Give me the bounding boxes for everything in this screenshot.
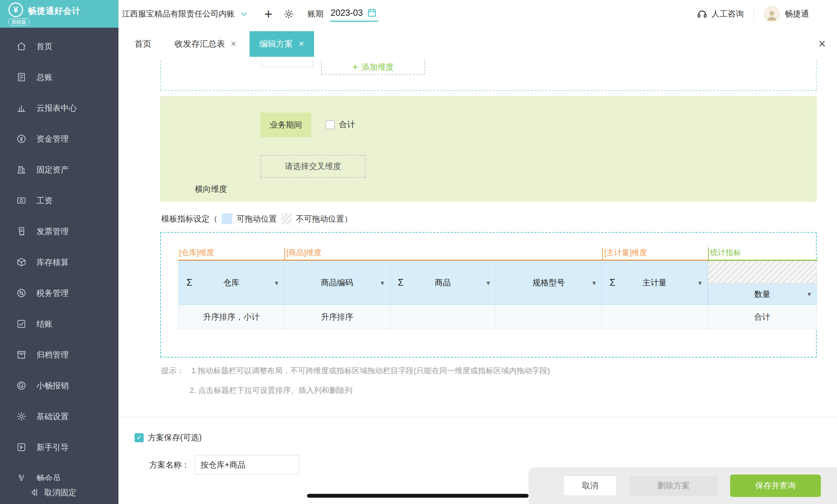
sort-setting-warehouse: 升序排序，小计 xyxy=(178,305,284,329)
box-icon xyxy=(16,257,27,267)
sidebar-item-label: 云报表中心 xyxy=(36,103,77,114)
tips-block: 提示： 1.拖动标题栏可以调整布局，不可跨维度或指标区域拖动栏目字段(只能在同一… xyxy=(161,364,550,397)
business-period-chip[interactable]: 业务期间 xyxy=(260,113,311,137)
topbar-right: 人工咨询 畅捷通 xyxy=(697,6,809,22)
horizontal-scrollbar[interactable] xyxy=(307,494,529,498)
chevron-down-icon[interactable] xyxy=(240,10,248,18)
tab-label: 首页 xyxy=(135,38,151,49)
sort-setting-product xyxy=(390,305,496,329)
sidebar-item-closing[interactable]: 结账 xyxy=(0,308,118,339)
period-value: 2023-03 xyxy=(331,8,363,18)
vertical-dimension-zone: + 添加维度 xyxy=(160,60,817,91)
money-card-icon xyxy=(16,195,27,206)
chevron-down-icon[interactable]: ▾ xyxy=(592,279,596,287)
coin-icon xyxy=(16,134,27,144)
column-title: 商品编码 xyxy=(284,277,390,288)
manual-consult-button[interactable]: 人工咨询 xyxy=(697,8,744,19)
column-header-spec-model[interactable]: 规格型号 ▾ xyxy=(496,261,602,305)
sidebar-item-label: 首页 xyxy=(36,41,53,52)
column-header-product-code[interactable]: 商品编码 ▾ xyxy=(284,261,390,305)
plan-name-row: 方案名称： xyxy=(149,455,299,475)
non-draggable-swatch xyxy=(281,213,292,224)
sidebar-item-archive-management[interactable]: 归档管理 xyxy=(0,339,118,370)
sidebar-item-invoice-management[interactable]: 发票管理 xyxy=(0,216,118,247)
chevron-down-icon[interactable]: ▾ xyxy=(486,279,490,287)
non-draggable-area xyxy=(708,261,817,284)
tab-label: 收发存汇总表 xyxy=(175,38,225,49)
sidebar-item-cloud-reports[interactable]: 云报表中心 xyxy=(0,93,118,123)
sidebar-item-label: 归档管理 xyxy=(36,349,69,360)
sidebar-item-label: 小畅报销 xyxy=(36,380,69,391)
avatar[interactable] xyxy=(764,6,780,22)
tab-edit-plan[interactable]: 编辑方案 × xyxy=(250,31,314,57)
close-icon[interactable]: × xyxy=(231,39,236,49)
sidebar-item-fund-management[interactable]: 资金管理 xyxy=(0,123,118,154)
sort-setting-quantity: 合计 xyxy=(708,305,817,329)
person-icon xyxy=(765,8,778,22)
delete-plan-button[interactable]: 删除方案 xyxy=(630,476,717,496)
tab-home[interactable]: 首页 xyxy=(125,31,161,57)
tips-label: 提示： xyxy=(161,364,184,377)
chevron-down-icon[interactable]: ▾ xyxy=(808,290,811,298)
collapse-pin-icon xyxy=(29,488,39,497)
tab-label: 编辑方案 xyxy=(259,38,293,49)
settings-gear-icon[interactable] xyxy=(284,9,294,19)
sidebar-item-home[interactable]: 首页 xyxy=(0,31,118,62)
cancel-button[interactable]: 取消 xyxy=(563,476,617,496)
sidebar-item-basic-settings[interactable]: 基础设置 xyxy=(0,401,118,432)
column-header-warehouse[interactable]: Σ 仓库 ▾ xyxy=(178,261,284,305)
column-title: 主计量 xyxy=(602,277,707,288)
building-icon xyxy=(16,164,27,175)
chevron-down-icon[interactable]: ▾ xyxy=(381,279,384,287)
sort-setting-spec-model xyxy=(496,305,602,329)
cross-dimension-dropzone[interactable]: 请选择交叉维度 xyxy=(260,155,366,178)
column-title: 仓库 xyxy=(179,277,284,288)
sidebar-item-label: 库存核算 xyxy=(36,257,69,268)
table-header-row: Σ 仓库 ▾ 商品编码 ▾ Σ 商品 ▾ 规格型号 ▾ xyxy=(178,261,817,305)
sidebar-item-label: 工资 xyxy=(36,195,53,206)
template-table-zone: [仓库]维度 [商品]维度 [主计量]维度 统计指标 Σ 仓库 ▾ 商品编码 ▾ xyxy=(160,232,817,357)
horizontal-dimension-label: 横向维度 xyxy=(195,184,227,195)
user-name: 畅捷通 xyxy=(785,8,809,19)
legend-nondraggable-label: 不可拖动位置） xyxy=(296,213,352,224)
chevron-down-icon[interactable]: ▾ xyxy=(698,279,702,287)
save-and-query-button[interactable]: 保存并查询 xyxy=(730,475,821,497)
company-selector[interactable]: 江西服宝精品有限责任公司内账 xyxy=(122,8,235,19)
period-selector[interactable]: 2023-03 xyxy=(330,6,378,22)
unpin-sidebar-button[interactable]: 取消固定 xyxy=(0,481,118,504)
sidebar-item-label: 新手引导 xyxy=(36,442,69,453)
add-dimension-label: 添加维度 xyxy=(361,62,394,73)
percent-icon xyxy=(16,288,27,298)
add-account-button[interactable]: + xyxy=(264,7,272,21)
chevron-down-icon[interactable]: ▾ xyxy=(275,279,278,287)
sidebar-item-general-ledger[interactable]: 总账 xyxy=(0,62,118,93)
sidebar-item-tax-management[interactable]: 税务管理 xyxy=(0,278,118,308)
receipt-icon xyxy=(16,226,27,237)
save-plan-checkbox[interactable]: ✓ xyxy=(135,433,144,442)
close-page-icon[interactable]: × xyxy=(818,38,826,50)
archive-icon xyxy=(16,349,27,360)
sidebar-item-label: 总账 xyxy=(36,72,53,83)
plan-name-input[interactable] xyxy=(195,455,299,475)
column-header-quantity[interactable]: 数量 ▾ xyxy=(708,284,817,305)
section-label-warehouse: [仓库]维度 xyxy=(179,247,214,258)
column-header-main-unit[interactable]: Σ 主计量 ▾ xyxy=(602,261,708,305)
save-plan-label: 方案保存(可选) xyxy=(148,432,202,443)
sort-setting-product-code: 升序排序 xyxy=(284,305,390,329)
total-checkbox[interactable] xyxy=(326,120,335,129)
column-header-product[interactable]: Σ 商品 ▾ xyxy=(390,261,496,305)
sidebar-item-reimbursement[interactable]: 小畅报销 xyxy=(0,370,118,401)
calendar-icon xyxy=(367,8,377,18)
add-dimension-button[interactable]: + 添加维度 xyxy=(321,60,425,75)
sidebar-item-payroll[interactable]: 工资 xyxy=(0,185,118,216)
tab-bar: 首页 收发存汇总表 × 编辑方案 × × xyxy=(118,28,837,60)
close-icon[interactable]: × xyxy=(299,39,304,49)
tab-summary-report[interactable]: 收发存汇总表 × xyxy=(165,31,246,57)
sidebar-item-fixed-assets[interactable]: 固定资产 xyxy=(0,154,118,185)
sidebar-item-beginner-guide[interactable]: 新手引导 xyxy=(0,432,118,463)
edition-badge: 旗舰版 xyxy=(8,18,29,26)
sort-setting-main-unit xyxy=(602,305,708,329)
app-title: 畅捷通好会计 xyxy=(28,5,81,16)
sidebar-item-inventory-accounting[interactable]: 库存核算 xyxy=(0,247,118,278)
footer-divider xyxy=(118,416,837,417)
